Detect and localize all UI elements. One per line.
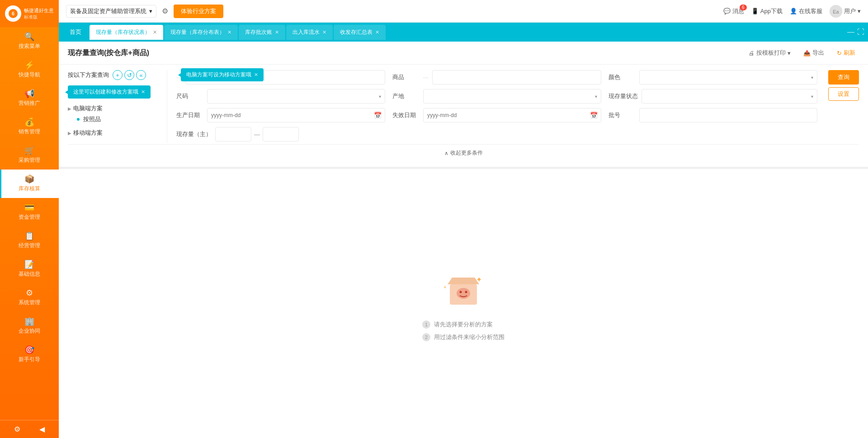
sales-icon: 💰	[24, 118, 34, 126]
empty-hint-label-2: 用过滤条件来缩小分析范围	[434, 333, 505, 341]
tab-close-icon[interactable]: ✕	[375, 30, 379, 35]
online-service-label: 在线客服	[799, 7, 822, 15]
phone-icon: 📱	[751, 8, 759, 14]
add-scheme-button[interactable]: +	[113, 70, 123, 80]
refresh-button[interactable]: ↻ 刷新	[833, 47, 859, 59]
logo-icon: 6	[5, 5, 21, 22]
stock-main-label: 现存量（主）	[176, 130, 212, 138]
guide-icon: 🎯	[24, 346, 34, 354]
export-icon: 📤	[803, 50, 811, 57]
inventory-icon: 📦	[24, 175, 34, 183]
color-label: 颜色	[609, 73, 636, 81]
header-settings-icon[interactable]: ⚙	[162, 7, 168, 15]
tab-maximize-icon[interactable]: ⛶	[857, 28, 864, 36]
edit-tooltip-close[interactable]: ✕	[141, 89, 145, 95]
prod-date-input[interactable]	[207, 108, 385, 122]
expire-date-input[interactable]	[423, 108, 601, 122]
mobile-scheme-item[interactable]: ▶ 移动端方案	[68, 127, 160, 138]
sidebar-item-search[interactable]: 🔍 搜索菜单	[0, 27, 59, 56]
assets-icon: 💳	[24, 203, 34, 212]
sidebar-item-label: 营销推广	[19, 99, 40, 107]
edit-scheme-tooltip: 这里可以创建和修改方案哦 ✕	[68, 85, 151, 99]
tab-close-icon[interactable]: ✕	[227, 30, 231, 35]
sidebar-item-quick[interactable]: ⚡ 快捷导航	[0, 56, 59, 84]
tab-inout-flow[interactable]: 出入库流水 ✕	[286, 25, 333, 40]
sidebar-item-management[interactable]: 📋 经营管理	[0, 226, 59, 255]
prev-scheme-button[interactable]: «	[136, 70, 146, 80]
tab-inventory-dist[interactable]: 现存量（库存分布表） ✕	[164, 25, 238, 40]
edit-scheme-button[interactable]: ↺	[124, 70, 134, 80]
scheme-child-1[interactable]: 按照品	[77, 114, 160, 125]
basic-icon: 📝	[24, 260, 34, 268]
stock-status-label: 现存量状态	[609, 92, 638, 100]
sidebar-item-company[interactable]: 🏢 企业协同	[0, 312, 59, 340]
sidebar-item-system[interactable]: ⚙ 系统管理	[0, 283, 59, 312]
print-template-button[interactable]: 🖨 按模板打印 ▾	[745, 47, 794, 59]
online-service-action[interactable]: 👤 在线客服	[790, 7, 822, 15]
tab-close-icon[interactable]: ✕	[275, 30, 279, 35]
goods-filter: 商品 ···	[392, 70, 601, 85]
svg-marker-5	[448, 278, 479, 284]
message-action[interactable]: 💬 消息 6	[723, 7, 744, 15]
mobile-scheme-label: 移动端方案	[73, 129, 103, 137]
export-button[interactable]: 📤 导出	[800, 47, 828, 59]
trial-button[interactable]: 体验行业方案	[174, 5, 223, 18]
tree-arrow-icon: ▶	[68, 131, 71, 136]
tab-close-icon[interactable]: ✕	[322, 30, 326, 35]
user-action[interactable]: Ea 用户 ▾	[830, 5, 861, 18]
sidebar-item-label: 搜索菜单	[19, 42, 40, 50]
system-selector[interactable]: 装备及固定资产辅助管理系统 ▾	[66, 5, 156, 18]
tab-batch-ledger[interactable]: 库存批次账 ✕	[239, 25, 285, 40]
prod-calendar-icon[interactable]: 📅	[374, 112, 382, 119]
sidebar-item-inventory[interactable]: 📦 库存核算	[0, 170, 59, 198]
desktop-scheme-item[interactable]: ▶ 电脑端方案	[68, 103, 160, 114]
expire-calendar-icon[interactable]: 📅	[590, 112, 598, 119]
sidebar-item-sales[interactable]: 💰 销售管理	[0, 113, 59, 141]
scheme-tooltip-close[interactable]: ✕	[254, 72, 258, 78]
stock-max-input[interactable]	[263, 127, 299, 141]
chevron-down-icon: ▾	[788, 50, 791, 57]
search-button[interactable]: 查询	[828, 70, 859, 85]
sidebar-item-guide[interactable]: 🎯 新手引导	[0, 340, 59, 369]
prod-date-wrapper: 📅	[207, 108, 385, 122]
origin-select[interactable]: ▾	[423, 89, 601, 104]
sidebar-item-label: 企业协同	[19, 327, 40, 335]
user-chevron-icon: ▾	[858, 8, 861, 14]
stock-min-input[interactable]	[215, 127, 251, 141]
tab-inventory-status[interactable]: 现存量（库存状况表） ✕	[90, 25, 163, 40]
stock-status-select[interactable]: ▾	[642, 89, 817, 104]
sidebar-collapse-icon[interactable]: ◀	[39, 425, 45, 433]
scheme-child-label: 按照品	[83, 115, 101, 123]
page-content: 现存量查询(按仓库+商品) 🖨 按模板打印 ▾ 📤 导出 ↻ 刷新	[59, 42, 868, 438]
size-select[interactable]: ▾	[207, 89, 385, 104]
collapse-bar[interactable]: ∧ 收起更多条件	[68, 144, 859, 161]
plus-icon: +	[116, 72, 119, 78]
sidebar-item-assets[interactable]: 💳 资金管理	[0, 198, 59, 226]
sidebar-item-marketing[interactable]: 📢 营销推广	[0, 84, 59, 113]
app-download-label: App下载	[760, 7, 783, 15]
management-icon: 📋	[24, 232, 34, 240]
svg-text:✦: ✦	[476, 276, 482, 283]
size-filter: 尺码 ▾	[176, 89, 385, 104]
sidebar-settings-icon[interactable]: ⚙	[14, 425, 20, 433]
sidebar-item-purchase[interactable]: 🛒 采购管理	[0, 141, 59, 170]
tab-minimize-icon[interactable]: —	[847, 28, 854, 36]
filter-row-4: 现存量（主） —	[176, 127, 817, 141]
goods-label: 商品	[392, 73, 420, 81]
sidebar-logo: 6 畅捷通好生意 标准版	[0, 0, 59, 27]
logo-text: 畅捷通好生意 标准版	[24, 7, 54, 19]
goods-dots-icon[interactable]: ···	[423, 74, 429, 81]
empty-hint-1: 1 请先选择要分析的方案	[422, 320, 505, 329]
tab-home[interactable]: 首页	[62, 24, 89, 40]
expire-date-wrapper: 📅	[423, 108, 601, 122]
tab-collect-summary[interactable]: 收发存汇总表 ✕	[334, 25, 386, 40]
setting-button[interactable]: 设置	[828, 87, 859, 101]
app-download-action[interactable]: 📱 App下载	[751, 7, 783, 15]
desktop-scheme-children: 按照品	[68, 114, 160, 125]
tab-label: 现存量（库存分布表）	[170, 28, 225, 36]
sidebar-item-basic[interactable]: 📝 基础信息	[0, 255, 59, 283]
batch-no-input[interactable]	[639, 108, 817, 122]
color-select[interactable]: ▾	[639, 70, 817, 85]
goods-input[interactable]	[432, 70, 601, 85]
tab-close-icon[interactable]: ✕	[153, 30, 157, 35]
